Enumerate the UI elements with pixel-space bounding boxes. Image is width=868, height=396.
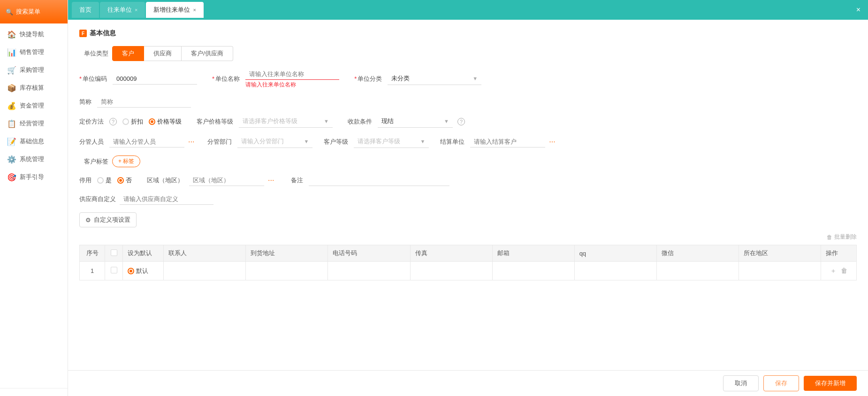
th-contact: 联系人	[164, 245, 246, 262]
radio-price-level[interactable]: 价格等级	[149, 117, 182, 126]
sidebar-item-guide[interactable]: 🎯新手引导	[0, 168, 68, 186]
tab-partners[interactable]: 往来单位 ×	[100, 2, 145, 18]
row-checkbox[interactable]	[111, 267, 117, 273]
cancel-button[interactable]: 取消	[723, 375, 759, 391]
sidebar-item-sales[interactable]: 📊销售管理	[0, 43, 68, 61]
dept-label: 分管部门	[207, 138, 236, 146]
type-btn-both[interactable]: 客户/供应商	[182, 46, 233, 61]
payment-terms-value: 现结	[381, 117, 394, 125]
delete-row-icon[interactable]: 🗑	[839, 267, 849, 274]
save-new-button[interactable]: 保存并新增	[804, 376, 857, 391]
settlement-input[interactable]	[470, 136, 545, 148]
cell-default: 默认	[123, 262, 164, 280]
header-checkbox[interactable]	[111, 249, 117, 256]
unit-name-input[interactable]	[245, 69, 339, 80]
cell-email[interactable]	[492, 262, 574, 280]
dept-select[interactable]: 请输入分管部门 ▼	[237, 135, 312, 148]
tab-new-partner-close[interactable]: ×	[193, 7, 196, 13]
radio-yes[interactable]: 是	[97, 176, 112, 185]
pricing-help-icon[interactable]: ?	[109, 118, 117, 125]
address-input[interactable]	[251, 265, 323, 276]
search-menu-button[interactable]: 🔍 搜索菜单	[0, 4, 68, 20]
th-phone: 电话号码	[328, 245, 410, 262]
basic-info-icon: 📝	[8, 137, 16, 146]
cell-action: ＋ 🗑	[821, 262, 856, 280]
sidebar-item-purchase[interactable]: 🛒采购管理	[0, 61, 68, 79]
settlement-more-icon[interactable]: ···	[547, 138, 557, 146]
sidebar-item-quick-nav[interactable]: 🏠快捷导航	[0, 25, 68, 43]
save-button[interactable]: 保存	[763, 375, 799, 391]
sidebar-item-operation[interactable]: 📋经营管理	[0, 115, 68, 132]
email-input[interactable]	[497, 265, 570, 276]
sidebar-item-inventory[interactable]: 📦库存核算	[0, 79, 68, 97]
phone-input[interactable]	[333, 265, 405, 276]
cell-address[interactable]	[246, 262, 328, 280]
cell-phone[interactable]	[328, 262, 410, 280]
add-row-icon[interactable]: ＋	[829, 267, 838, 274]
cell-contact[interactable]	[164, 262, 246, 280]
customer-level-group: 客户等级 请选择客户等级 ▼	[324, 135, 429, 148]
supplier-custom-input[interactable]	[120, 194, 213, 205]
region-label: 区域（地区）	[147, 176, 187, 185]
sidebar-item-finance[interactable]: 💰资金管理	[0, 97, 68, 115]
radio-default[interactable]: 默认	[128, 267, 159, 275]
disabled-row: 停用 是 否 区域（地区） ··· 备注	[79, 175, 857, 186]
footer-bar: 取消 保存 保存并新增	[68, 370, 868, 396]
wechat-input[interactable]	[662, 265, 734, 276]
sidebar-item-label: 快捷导航	[20, 30, 44, 39]
cell-region[interactable]	[739, 262, 821, 280]
contact-input[interactable]	[168, 265, 241, 276]
batch-delete-button[interactable]: 🗑 批量删除	[79, 233, 857, 241]
unit-code-group: *单位编码	[79, 73, 197, 85]
radio-yes-circle	[97, 177, 104, 184]
customer-price-select[interactable]: 请选择客户价格等级 ▼	[239, 115, 333, 128]
region-input[interactable]	[189, 175, 264, 186]
manager-input[interactable]	[109, 136, 184, 148]
unit-category-select[interactable]: 未分类 ▼	[388, 72, 481, 85]
code-name-row: *单位编码 *单位名称 请输入往来单位名称 *单位分类 未分类	[79, 69, 857, 89]
sales-icon: 📊	[8, 48, 16, 56]
tab-new-partner[interactable]: 新增往来单位 ×	[146, 2, 203, 18]
radio-discount[interactable]: 折扣	[122, 117, 143, 126]
tab-partners-close[interactable]: ×	[135, 7, 137, 13]
payment-terms-select[interactable]: 现结 ▼	[378, 115, 453, 128]
payment-terms-help-icon[interactable]: ?	[457, 118, 465, 125]
payment-terms-arrow: ▼	[444, 118, 449, 124]
tab-home[interactable]: 首页	[72, 2, 99, 18]
type-btn-customer[interactable]: 客户	[112, 46, 144, 61]
nav-items: 🏠快捷导航📊销售管理🛒采购管理📦库存核算💰资金管理📋经营管理📝基础信息⚙️系统管…	[0, 23, 68, 188]
window-close-button[interactable]: ×	[853, 4, 864, 16]
custom-settings-button[interactable]: ⚙ 自定义项设置	[79, 212, 137, 227]
contacts-table: 序号 设为默认 联系人 到货地址 电话号码 传真 邮箱 qq 微信 所在地区 操…	[79, 245, 857, 280]
qq-input[interactable]	[579, 265, 652, 276]
type-btn-supplier[interactable]: 供应商	[144, 46, 182, 61]
unit-code-input[interactable]	[113, 73, 197, 85]
search-menu-label: 搜索菜单	[16, 8, 40, 16]
section-title: 基本信息	[90, 29, 116, 38]
th-checkbox	[105, 245, 123, 262]
section-icon: F	[79, 30, 87, 37]
note-group: 备注	[291, 175, 449, 186]
radio-price-level-circle	[149, 118, 155, 125]
sidebar-item-basic-info[interactable]: 📝基础信息	[0, 132, 68, 150]
region-tbl-input[interactable]	[744, 265, 816, 276]
sidebar-item-label: 库存核算	[20, 84, 44, 92]
customer-level-select[interactable]: 请选择客户等级 ▼	[354, 135, 429, 148]
manager-more-icon[interactable]: ···	[186, 138, 196, 146]
cell-wechat[interactable]	[656, 262, 739, 280]
add-tag-button[interactable]: + 标签	[112, 155, 140, 167]
radio-no[interactable]: 否	[117, 176, 132, 185]
cell-qq[interactable]	[574, 262, 656, 280]
fax-input[interactable]	[415, 265, 487, 276]
sidebar-item-system[interactable]: ⚙️系统管理	[0, 150, 68, 168]
cell-index: 1	[80, 262, 105, 280]
short-name-input[interactable]	[97, 96, 191, 108]
region-more-icon[interactable]: ···	[266, 176, 276, 185]
search-icon: 🔍	[6, 8, 13, 16]
sidebar-item-label: 采购管理	[20, 66, 44, 74]
delete-icon: 🗑	[827, 234, 832, 241]
type-buttons: 客户 供应商 客户/供应商	[112, 46, 233, 61]
cell-fax[interactable]	[410, 262, 492, 280]
note-input[interactable]	[309, 175, 449, 186]
dept-group: 分管部门 请输入分管部门 ▼	[207, 135, 312, 148]
